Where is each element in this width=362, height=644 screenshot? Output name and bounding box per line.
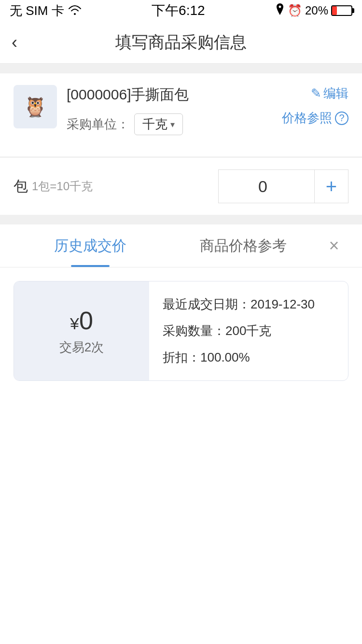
page-title: 填写商品采购信息 — [115, 31, 247, 54]
status-right: ⏰ 20% — [275, 3, 352, 18]
product-left: 🦉 [0000006]手撕面包 采购单位： 千克 ▾ — [14, 85, 189, 135]
product-code: [0000006]手撕面包 — [67, 85, 189, 105]
product-info: [0000006]手撕面包 采购单位： 千克 ▾ — [67, 85, 189, 135]
back-button[interactable]: ‹ — [12, 32, 17, 53]
edit-button[interactable]: ✎ 编辑 — [311, 85, 348, 102]
chevron-down-icon: ▾ — [170, 119, 175, 130]
tabs-bar: 历史成交价 商品价格参考 × — [0, 224, 362, 267]
history-price-summary: ¥0 交易2次 — [14, 281, 149, 380]
history-card: ¥0 交易2次 最近成交日期：2019-12-30 采购数量：200千克 折扣：… — [14, 281, 348, 381]
tab-product-price[interactable]: 商品价格参考 — [167, 224, 320, 267]
history-price-value: ¥0 — [70, 306, 93, 335]
quantity-input[interactable] — [218, 169, 315, 203]
unit-select[interactable]: 千克 ▾ — [134, 113, 183, 135]
quantity-unit: 包 — [14, 177, 28, 196]
quantity-hint: 1包=10千克 — [32, 179, 93, 194]
price-ref-label: 价格参照 — [282, 110, 332, 126]
discount-value: 100.00% — [200, 350, 250, 364]
purchase-quantity-label: 采购数量： — [163, 323, 225, 338]
recent-date-label: 最近成交日期： — [163, 297, 251, 311]
alarm-icon: ⏰ — [288, 4, 302, 17]
battery-text: 20% — [305, 4, 328, 17]
discount-label: 折扣： — [163, 350, 200, 364]
quantity-label: 包 1包=10千克 — [14, 177, 93, 196]
status-left: 无 SIM 卡 — [10, 2, 82, 19]
location-icon — [275, 3, 285, 18]
unit-value: 千克 — [142, 116, 167, 133]
quantity-input-group: + — [218, 169, 348, 203]
product-card: 🦉 [0000006]手撕面包 采购单位： 千克 ▾ ✎ 编辑 价格参照 — [0, 73, 362, 156]
recent-date-row: 最近成交日期：2019-12-30 — [163, 295, 334, 314]
wifi-icon — [68, 3, 82, 18]
nav-bar: ‹ 填写商品采购信息 — [0, 21, 362, 64]
product-thumb-icon: 🦉 — [23, 96, 47, 118]
tabs-close-button[interactable]: × — [320, 224, 348, 267]
price-ref-button[interactable]: 价格参照 ? — [282, 110, 348, 126]
battery-icon — [331, 5, 352, 16]
status-bar: 无 SIM 卡 下午6:12 ⏰ 20% — [0, 0, 362, 21]
product-thumbnail: 🦉 — [14, 85, 57, 128]
purchase-quantity-value: 200千克 — [225, 323, 271, 338]
history-trades-count: 交易2次 — [59, 339, 104, 356]
carrier-text: 无 SIM 卡 — [10, 2, 64, 19]
tabs-panel: 历史成交价 商品价格参考 × ¥0 交易2次 最近成交日期：2019-12-30… — [0, 224, 362, 394]
purchase-unit-label: 采购单位： — [67, 116, 129, 133]
discount-row: 折扣：100.00% — [163, 348, 334, 367]
purchase-unit-row: 采购单位： 千克 ▾ — [67, 113, 189, 135]
purchase-quantity-row: 采购数量：200千克 — [163, 322, 334, 340]
history-details: 最近成交日期：2019-12-30 采购数量：200千克 折扣：100.00% — [149, 281, 348, 380]
tab-history-price[interactable]: 历史成交价 — [14, 224, 167, 267]
product-header: 🦉 [0000006]手撕面包 采购单位： 千克 ▾ ✎ 编辑 价格参照 — [14, 85, 348, 135]
status-time: 下午6:12 — [152, 1, 205, 20]
quantity-section: 包 1包=10千克 + — [0, 157, 362, 215]
price-ref-area: ✎ 编辑 价格参照 ? — [282, 85, 348, 126]
history-content: ¥0 交易2次 最近成交日期：2019-12-30 采购数量：200千克 折扣：… — [0, 267, 362, 394]
section-divider — [0, 215, 362, 224]
bottom-space — [0, 394, 362, 644]
info-icon: ? — [335, 112, 348, 125]
edit-icon: ✎ — [311, 86, 321, 101]
currency-symbol: ¥ — [70, 314, 79, 333]
recent-date-value: 2019-12-30 — [251, 297, 315, 311]
quantity-plus-button[interactable]: + — [315, 169, 348, 203]
